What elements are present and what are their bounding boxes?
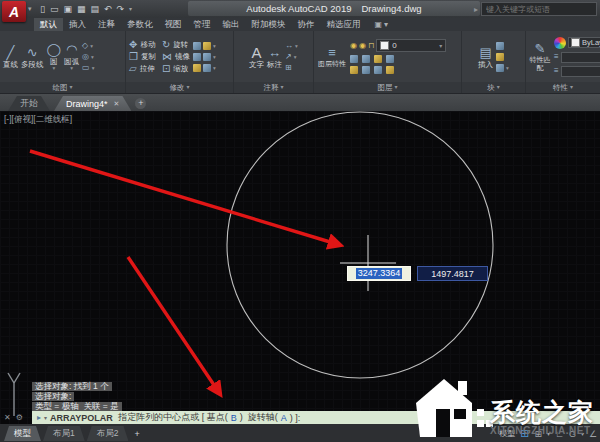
leader-button[interactable]: ↗ ▾ [285,53,298,61]
layer-freeze-icon[interactable]: ◉ [359,42,366,50]
panel-label-properties[interactable]: 特性 ▾ [526,82,600,93]
panel-label-layers[interactable]: 图层 ▾ [314,82,461,93]
layer-state-icon[interactable] [350,55,358,63]
insert-block-button[interactable]: ▤ 插入 [478,45,493,69]
layer-on-icon[interactable]: ◉ [350,42,357,50]
ribbon-tab-bar: 默认 插入 注释 参数化 视图 管理 输出 附加模块 协作 精选应用 ▣ ▾ [0,18,600,31]
match-properties-button[interactable]: ✎ 特性匹配 [529,41,551,72]
command-close-icon[interactable]: ✕ [4,413,11,422]
rotate-icon: ↻ [162,40,170,50]
save-as-icon[interactable]: ▦ [77,1,86,17]
ribbon-tab-view[interactable]: 视图 [159,18,188,31]
ribbon-tab-addins[interactable]: 附加模块 [246,18,292,31]
layer-unisolate-icon[interactable] [374,55,382,63]
command-option-b[interactable]: B [231,413,237,423]
polygon-tool-button[interactable]: ◇ ▾ [82,42,94,50]
circle-entity[interactable] [227,112,493,378]
erase-icon [193,64,201,72]
new-drawing-tab-button[interactable]: + [135,98,146,109]
move-tool-button[interactable]: ✥ 移动 [129,40,156,50]
dynamic-input-y-field[interactable]: 1497.4817 [417,266,488,281]
layout2-tab[interactable]: 布局2 [87,426,129,441]
arc-tool-button[interactable]: ◠ 圆弧 ▾ [64,42,79,71]
ribbon-tab-manage[interactable]: 管理 [188,18,217,31]
help-search-input[interactable] [481,2,597,16]
erase-tool-button[interactable]: ▾ [193,64,216,72]
line-tool-button[interactable]: ╱ 直线 [3,45,18,69]
lineweight-dropdown[interactable] [561,52,600,63]
linetype-dropdown[interactable] [561,66,600,77]
layer-freeze2-icon[interactable] [374,66,382,74]
ribbon-display-toggle[interactable]: ▣ ▾ [375,18,389,31]
stretch-tool-button[interactable]: ▱ 拉伸 [129,64,156,74]
color-wheel-icon[interactable] [554,37,566,49]
create-block-icon[interactable] [496,42,504,50]
ribbon-tab-insert[interactable]: 插入 [63,18,92,31]
table-button[interactable]: ⊞ [285,64,298,72]
layer-prev-icon[interactable] [350,66,358,74]
file-tab-drawing4[interactable]: Drawing4* ✕ [54,96,131,111]
history-line: 选择对象: [32,392,74,401]
redo-icon[interactable]: ↷ [117,1,125,17]
ribbon-tab-annotate[interactable]: 注释 [92,18,121,31]
panel-label-annotation[interactable]: 注释 ▾ [234,82,313,93]
ribbon-tab-home[interactable]: 默认 [34,18,63,31]
undo-icon[interactable]: ↶ [104,1,112,17]
save-icon[interactable]: ▣ [63,1,72,17]
copy-tool-button[interactable]: ❐ 复制 [129,52,156,62]
circle-flyout-caret-icon[interactable]: ▾ [52,66,55,71]
rectangle-tool-button[interactable]: ▭ ▾ [82,64,94,72]
dimension-tool-button[interactable]: ↔ 标注 [267,45,282,69]
layer-isolate-icon[interactable] [362,55,370,63]
layer-lock-icon[interactable]: ⊓ [368,42,374,50]
layer-properties-button[interactable]: ≡ 图层特性 [317,45,347,68]
layout1-tab[interactable]: 布局1 [43,426,85,441]
panel-label-draw[interactable]: 绘图 ▾ [0,82,125,93]
panel-label-block[interactable]: 块 ▾ [462,82,525,93]
array-tool-button[interactable]: ▾ [193,53,216,61]
dim-style-button[interactable]: ↔ ▾ [285,42,298,50]
edit-block-icon[interactable] [496,53,504,61]
new-file-icon[interactable]: ▯ [40,1,45,17]
new-layout-button[interactable]: + [130,429,143,439]
ribbon-tab-collaborate[interactable]: 协作 [292,18,321,31]
arc-icon: ◠ [66,42,77,57]
plot-icon[interactable]: ▤ [91,1,100,17]
polyline-tool-button[interactable]: ∿ 多段线 [21,45,44,69]
arc-flyout-caret-icon[interactable]: ▾ [70,66,73,71]
layer-match-icon[interactable] [386,55,394,63]
scale-tool-button[interactable]: ⊡ 缩放 [162,64,190,74]
block-attributes-icon[interactable] [496,64,504,72]
layer-walk-icon[interactable] [362,66,370,74]
scale-icon: ⊡ [162,64,170,74]
app-menu-caret-icon[interactable]: ▾ [28,5,32,13]
text-tool-button[interactable]: A 文字 [249,45,264,69]
rotate-tool-button[interactable]: ↻ 旋转 [162,40,190,50]
lineweight-icon: ≡ [554,53,559,61]
command-option-a[interactable]: A [281,413,287,423]
circle-tool-button[interactable]: ◯ 圆 ▾ [47,42,62,71]
ellipse-tool-button[interactable]: ◎ ▾ [82,53,94,61]
dynamic-input-x-field[interactable]: 3247.3364 [347,266,411,281]
open-file-icon[interactable]: ▭ [50,1,59,17]
model-tab[interactable]: 模型 [4,426,41,441]
autocad-logo-icon[interactable]: A [2,1,26,22]
object-color-dropdown[interactable]: ByLayer [568,37,600,48]
file-tab-start[interactable]: 开始 [8,96,50,111]
qat-customize-caret-icon[interactable]: ▾ [129,1,132,17]
command-customize-icon[interactable]: ⚙ [16,413,23,422]
table-icon: ⊞ [285,64,292,72]
trim-tool-button[interactable]: ▾ [193,42,216,50]
ribbon-tab-featured-apps[interactable]: 精选应用 [321,18,367,31]
mirror-tool-button[interactable]: ⋈ 镜像 [162,52,190,62]
ribbon-tab-output[interactable]: 输出 [217,18,246,31]
recent-commands-icon[interactable]: ▸ [37,413,41,422]
ribbon-tab-parametric[interactable]: 参数化 [121,18,159,31]
panel-label-modify[interactable]: 修改 ▾ [126,82,233,93]
layer-off-icon[interactable] [386,66,394,74]
layer-dropdown[interactable]: 0 ▾ [376,39,446,52]
viewport-controls-label[interactable]: [-][俯视][二维线框] [4,114,72,126]
close-tab-icon[interactable]: ✕ [114,100,120,108]
search-go-icon[interactable]: ▸ [474,5,478,14]
recent-commands-caret-icon[interactable]: ▾ [44,414,47,421]
